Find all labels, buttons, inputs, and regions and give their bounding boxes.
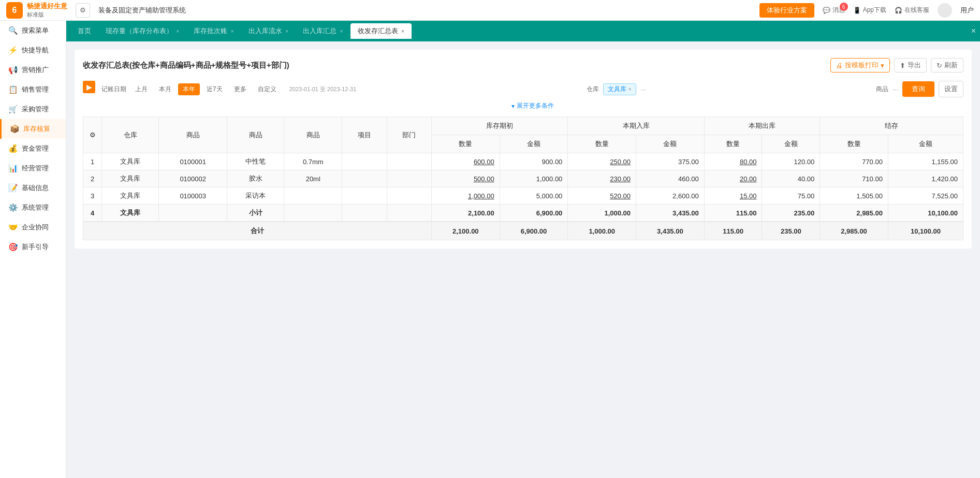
gear-button[interactable]: ⚙ (76, 3, 90, 18)
row-code: 0100001 (159, 153, 227, 170)
row-dept (387, 187, 431, 205)
row-project (342, 187, 387, 205)
sidebar-item-system[interactable]: ⚙️ 系统管理 (0, 198, 66, 218)
row-project (342, 153, 387, 170)
sidebar-item-search[interactable]: 🔍 搜索菜单 (0, 21, 66, 40)
row-init-qty: 2,100.00 (431, 205, 500, 222)
row-in-qty[interactable]: 250.00 (568, 153, 636, 170)
setting-button[interactable]: 设置 (939, 81, 963, 97)
row-init-qty[interactable]: 500.00 (431, 170, 500, 187)
sidebar-item-finance[interactable]: 💰 资金管理 (0, 139, 66, 158)
tab-bar-close[interactable]: × (971, 26, 976, 36)
message-button[interactable]: 💬 消息 6 (823, 6, 845, 15)
quick-nav-icon: ⚡ (8, 46, 18, 55)
tab-close-receive-send[interactable]: × (401, 28, 404, 34)
date-buttons: 上月 本月 本年 近7天 更多 自定义 (130, 83, 281, 95)
filter-expand-arrow[interactable]: ▶ (83, 81, 95, 93)
tab-close-inout-summary[interactable]: × (340, 28, 343, 34)
total-label: 合计 (83, 222, 432, 240)
date-btn-thisyear[interactable]: 本年 (178, 83, 200, 95)
tab-inventory-dist[interactable]: 现存量（库存分布表） × (98, 23, 186, 39)
table-row: 4文具库小计2,100.006,900.001,000.003,435.0011… (83, 205, 963, 222)
download-button[interactable]: 📱 App下载 (853, 6, 886, 15)
tab-inout-flow[interactable]: 出入库流水 × (241, 23, 296, 39)
export-icon: ⬆ (900, 62, 905, 69)
sidebar-item-marketing[interactable]: 📢 营销推广 (0, 60, 66, 80)
avatar[interactable] (938, 3, 952, 18)
search-icon: 🔍 (8, 26, 18, 35)
export-button[interactable]: ⬆ 导出 (894, 58, 927, 73)
row-bal-qty: 1,505.00 (820, 187, 888, 205)
row-code: 0100002 (159, 170, 227, 187)
warehouse-filter-tag[interactable]: 文具库 × (603, 83, 636, 95)
date-btn-more[interactable]: 更多 (229, 83, 251, 95)
row-in-qty[interactable]: 520.00 (568, 187, 636, 205)
row-spec (284, 205, 342, 222)
row-out-qty[interactable]: 15.00 (704, 187, 762, 205)
sidebar-item-inventory[interactable]: 📦 库存核算 (0, 119, 66, 139)
sidebar-item-sales[interactable]: 📋 销售管理 (0, 80, 66, 99)
total-bal-amt: 10,100.00 (888, 222, 963, 240)
sidebar-item-quick-nav[interactable]: ⚡ 快捷导航 (0, 40, 66, 60)
row-bal-amt: 1,155.00 (888, 153, 963, 170)
chevron-down-icon: ▾ (881, 62, 884, 69)
warehouse-tag-close[interactable]: × (628, 86, 632, 92)
refresh-button[interactable]: ↻ 刷新 (931, 58, 963, 73)
row-no: 4 (83, 205, 102, 222)
tab-batch[interactable]: 库存批次账 × (186, 23, 241, 39)
sidebar-item-basic-info[interactable]: 📝 基础信息 (0, 178, 66, 198)
title-actions: 🖨 按模板打印 ▾ ⬆ 导出 ↻ 刷新 (830, 58, 963, 73)
row-warehouse: 文具库 (102, 187, 159, 205)
tab-home[interactable]: 首页 (70, 23, 98, 39)
trial-button[interactable]: 体验行业方案 (759, 3, 814, 18)
system-icon: ⚙️ (8, 203, 18, 212)
row-out-qty: 115.00 (704, 205, 762, 222)
row-no: 3 (83, 187, 102, 205)
date-btn-7days[interactable]: 近7天 (202, 83, 227, 95)
tab-receive-send[interactable]: 收发存汇总表 × (350, 23, 412, 39)
th-warehouse: 仓库 (102, 117, 159, 153)
tab-close-inventory-dist[interactable]: × (176, 28, 179, 34)
sidebar-item-purchase[interactable]: 🛒 采购管理 (0, 99, 66, 119)
tab-inout-summary[interactable]: 出入库汇总 × (296, 23, 350, 39)
tab-close-inout-flow[interactable]: × (285, 28, 288, 34)
row-in-amt: 3,435.00 (636, 205, 705, 222)
th-bal-qty: 数量 (820, 135, 888, 153)
warehouse-filter-more[interactable]: ··· (640, 85, 646, 93)
table-row: 2文具库0100002胶水20ml500.001,000.00230.00460… (83, 170, 963, 187)
th-dept: 部门 (387, 117, 431, 153)
row-spec: 20ml (284, 170, 342, 187)
row-init-qty[interactable]: 1,000.00 (431, 187, 500, 205)
total-init-qty: 2,100.00 (431, 222, 500, 240)
query-button[interactable]: 查询 (902, 81, 934, 97)
expand-conditions-button[interactable]: ▾ 展开更多条件 (511, 102, 554, 110)
row-in-amt: 2,600.00 (636, 187, 705, 205)
date-btn-custom[interactable]: 自定义 (253, 83, 281, 95)
sidebar-item-guide[interactable]: 🎯 新手引导 (0, 237, 66, 257)
th-in-qty: 数量 (568, 135, 636, 153)
th-settings[interactable]: ⚙ (83, 117, 102, 153)
row-project (342, 170, 387, 187)
chevron-down-icon: ▾ (511, 103, 515, 110)
row-bal-amt: 10,100.00 (888, 205, 963, 222)
th-out-qty: 数量 (704, 135, 762, 153)
row-init-amt: 6,900.00 (500, 205, 568, 222)
tab-close-batch[interactable]: × (230, 28, 233, 34)
row-no: 2 (83, 170, 102, 187)
sidebar-item-management[interactable]: 📊 经营管理 (0, 158, 66, 178)
row-in-qty[interactable]: 230.00 (568, 170, 636, 187)
date-btn-thismonth[interactable]: 本月 (154, 83, 176, 95)
service-button[interactable]: 🎧 在线客服 (895, 6, 929, 15)
row-out-qty[interactable]: 80.00 (704, 153, 762, 170)
row-dept (387, 153, 431, 170)
row-out-qty[interactable]: 20.00 (704, 170, 762, 187)
row-in-qty: 1,000.00 (568, 205, 636, 222)
print-template-button[interactable]: 🖨 按模板打印 ▾ (830, 58, 890, 73)
row-bal-qty: 2,985.00 (820, 205, 888, 222)
sidebar-item-collab[interactable]: 🤝 企业协同 (0, 218, 66, 237)
row-init-qty[interactable]: 600.00 (431, 153, 500, 170)
date-btn-lastmonth[interactable]: 上月 (130, 83, 152, 95)
goods-filter-more[interactable]: ··· (893, 85, 898, 93)
row-bal-amt: 7,525.00 (888, 187, 963, 205)
th-init-qty: 数量 (431, 135, 500, 153)
